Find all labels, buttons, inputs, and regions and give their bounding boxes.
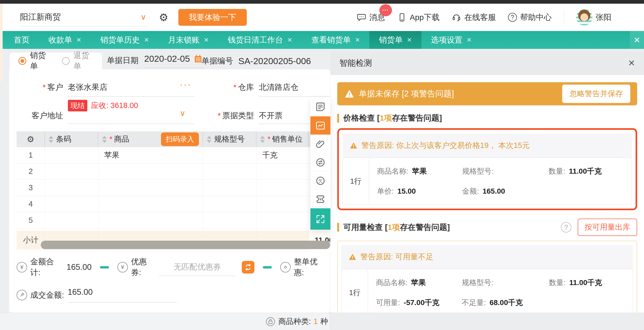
coupon-input[interactable]: 无匹配优惠券 [159,262,235,276]
calendar-icon[interactable] [194,54,203,63]
product-kinds-unit: 种 [320,316,328,327]
company-select[interactable]: 阳江新商贸 ∨ [19,12,148,27]
price-warning-highlight-box: 警告原因: 你上次与该客户交易价格19， 本次15元 1行 商品名称: 苹果规格… [337,128,637,210]
tool-arrears-button[interactable]: 欠 [310,171,330,190]
radio-return-order[interactable]: 退货单 [62,50,93,72]
cell-unit[interactable] [256,163,309,179]
tab-close-icon[interactable]: ✕ [407,37,412,44]
tab-close-icon[interactable]: ✕ [467,37,472,44]
tab-收款单[interactable]: 收款单✕ [39,31,91,49]
tool-coupon-button[interactable]: ¥ [310,190,330,208]
cell-product[interactable] [98,196,203,212]
customer-value[interactable]: 老张水果店 [68,82,107,93]
cell-barcode[interactable] [45,163,98,179]
column-unit[interactable]: *销售单位 [256,131,309,147]
cell-barcode[interactable] [45,180,98,196]
tab-销货单[interactable]: 销货单✕ [369,31,421,49]
section-accent-bar [337,114,339,123]
sort-arrows-icon[interactable] [49,136,53,143]
tab-选项设置[interactable]: 选项设置✕ [421,31,481,49]
price-warning-text: 警告原因: 你上次与该客户交易价格19， 本次15元 [361,140,530,151]
cell-product[interactable]: 苹果 [98,147,203,163]
tab-close-icon[interactable]: ✕ [76,37,81,44]
column-spec[interactable]: 规格型号 [203,131,256,147]
final-value[interactable]: 165.00 [68,287,177,303]
user-menu[interactable]: 张阳 [576,9,611,25]
price-check-header: 价格检查 [1项存在警告问题] [337,113,637,123]
tab-close-icon[interactable]: ✕ [287,37,292,44]
tool-expand-button[interactable] [310,208,330,230]
doc-number-label: 单据编号 [202,56,233,66]
product-kinds-label: 商品种类: [278,316,311,327]
receivable-amount: 应收: 3618.00 [91,100,138,111]
cell-spec[interactable] [203,180,256,196]
column-product-label: *商品 [109,134,129,145]
tab-close-icon[interactable]: ✕ [204,37,209,44]
minus-separator-icon [263,266,272,269]
ship-by-available-button[interactable]: 按可用量出库 [578,219,637,236]
radio-sales-order[interactable]: 销货单 [18,50,50,72]
sales-order-card: *客户 老张水果店 ··· 现结 应收: 3618.00 客户地址 ∨ *仓库 … [9,69,330,313]
column-barcode[interactable]: 条码 [45,131,98,147]
cell-unit[interactable] [256,212,309,228]
settings-gear-icon[interactable]: ⚙ [159,12,168,23]
cell-spec[interactable] [203,147,256,163]
messages-badge: ··· [379,4,392,16]
tabbar-close-all-icon[interactable]: ✕ [630,31,644,49]
availability-actions: ? 按可用量出库 [561,219,637,236]
cell-barcode[interactable] [45,212,98,228]
cell-unit[interactable] [256,180,309,196]
tab-close-icon[interactable]: ✕ [144,37,149,44]
refresh-coupon-button[interactable] [242,261,254,274]
tab-钱货日清工作台[interactable]: 钱货日清工作台✕ [218,31,302,49]
cell-barcode[interactable] [45,147,98,163]
sort-arrows-icon[interactable] [260,136,265,143]
tab-查看销货单[interactable]: 查看销货单✕ [302,31,369,49]
doc-date-field[interactable]: 2020-02-05 [144,52,205,68]
tool-attachment-button[interactable] [310,135,330,153]
tab-label: 钱货日清工作台 [228,35,283,45]
invoice-type-value[interactable]: 不开票 [259,110,283,121]
help-center-button[interactable]: ? 帮助中心 [508,12,552,23]
cell-barcode[interactable] [45,196,98,212]
cell-product[interactable] [98,180,203,196]
horizontal-scrollbar[interactable] [41,241,330,249]
tab-首页[interactable]: 首页 [4,31,39,49]
tool-note-button[interactable] [310,98,330,116]
tab-销货单历史[interactable]: 销货单历史✕ [91,31,158,49]
ignore-and-save-button[interactable]: 忽略警告并保存 [562,85,630,103]
cell-product[interactable] [98,163,203,179]
cell-spec[interactable] [203,163,256,179]
question-circle-icon: ? [508,13,517,22]
tab-close-icon[interactable]: ✕ [355,37,360,44]
detail-field: 金额: 165.00 [462,186,549,196]
price-warning-reason: 警告原因: 你上次与该客户交易价格19， 本次15元 [343,133,632,158]
online-service-button[interactable]: 在线客服 [452,12,496,23]
column-product[interactable]: *商品 扫码录入 [98,131,203,147]
scan-entry-button[interactable]: 扫码录入 [161,132,199,146]
help-question-icon[interactable]: ? [561,222,571,233]
cell-spec[interactable] [203,196,256,212]
sort-arrows-icon[interactable] [102,136,107,143]
doc-number-value: SA-20200205-006 [238,56,311,66]
cell-unit[interactable] [256,196,309,212]
row-number: 5 [17,212,45,228]
tool-chart-button[interactable] [310,116,330,135]
minus-separator-icon [100,266,109,269]
warehouse-label: *仓库 [178,82,254,93]
column-settings-header[interactable]: ⚙ [17,131,45,147]
cell-spec[interactable] [203,212,256,228]
smart-detection-panel: 智能检测 ✕ 单据未保存 [2 项警告问题] 忽略警告并保存 价格检查 [1 [330,51,644,313]
table-header: ⚙ 条码 *商品 扫码录入 规格型号 [17,131,330,147]
cell-unit[interactable]: 千克 [256,147,309,163]
sort-arrows-icon[interactable] [207,136,212,143]
tool-exchange-button[interactable] [310,153,330,171]
warehouse-value[interactable]: 北清路店仓 [259,82,298,93]
cell-product[interactable] [98,212,203,228]
app-download-button[interactable]: App下载 [397,12,440,23]
messages-button[interactable]: 消息 ··· [357,12,385,23]
experience-button[interactable]: 我要体验一下 [178,9,247,26]
tab-月末锁账[interactable]: 月末锁账✕ [159,31,218,49]
panel-close-icon[interactable]: ✕ [628,58,635,68]
topbar-right: 消息 ··· App下载 在线客服 ? [357,9,611,25]
